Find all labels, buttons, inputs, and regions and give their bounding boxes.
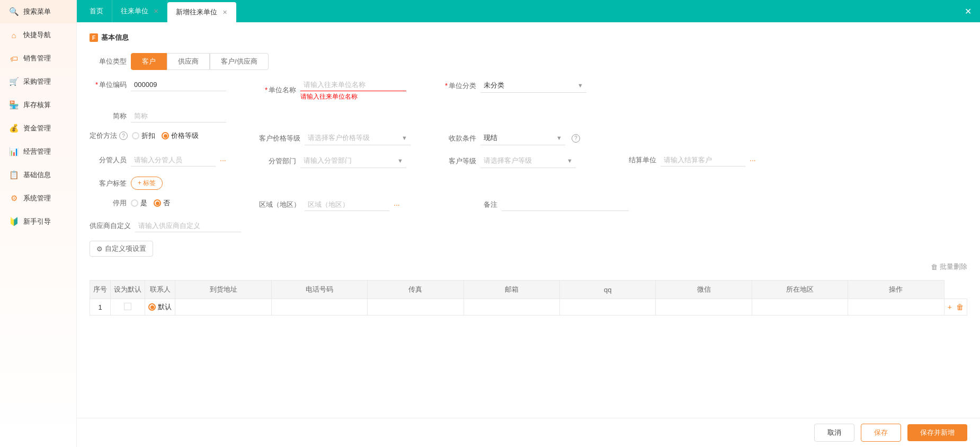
price-level-radio[interactable] bbox=[162, 132, 169, 139]
no-radio[interactable] bbox=[154, 199, 161, 207]
customer-level-label: 客户等级 bbox=[439, 156, 476, 166]
save-new-button[interactable]: 保存并新增 bbox=[907, 424, 967, 441]
chevron-down-icon: ▼ bbox=[556, 135, 562, 141]
add-tag-button[interactable]: + 标签 bbox=[131, 177, 163, 190]
sidebar-item-base[interactable]: 📋 基础信息 bbox=[0, 163, 76, 187]
payment-help-icon[interactable]: ? bbox=[572, 134, 580, 143]
inventory-icon: 🏪 bbox=[8, 100, 19, 110]
row-wechat[interactable] bbox=[752, 299, 848, 315]
sidebar-item-label: 资金管理 bbox=[23, 124, 51, 133]
disabled-field: 停用 是 否 bbox=[90, 198, 259, 208]
sidebar-item-guide[interactable]: 🔰 新手引导 bbox=[0, 210, 76, 233]
base-icon: 📋 bbox=[8, 170, 19, 180]
row-region[interactable] bbox=[848, 299, 944, 315]
unit-type-label: 单位类型 bbox=[90, 57, 127, 66]
close-all-tabs[interactable]: ✕ bbox=[960, 6, 976, 16]
delete-row-icon[interactable]: 🗑 bbox=[956, 303, 964, 311]
disabled-no[interactable]: 否 bbox=[154, 198, 170, 208]
short-name-input[interactable] bbox=[131, 110, 226, 122]
settlement-more-icon[interactable]: ··· bbox=[750, 156, 756, 164]
supplier-custom-field: 供应商自定义 bbox=[90, 220, 967, 232]
unit-type-group: 客户 供应商 客户/供应商 bbox=[131, 53, 269, 70]
tab-partners[interactable]: 往来单位 ✕ bbox=[112, 0, 167, 22]
sidebar-item-sales[interactable]: 🏷 销售管理 bbox=[0, 47, 76, 70]
settlement-unit-input[interactable] bbox=[661, 154, 745, 166]
col-contact: 联系人 bbox=[145, 281, 175, 299]
pricing-discount[interactable]: 折扣 bbox=[132, 131, 155, 141]
customer-price-level-field: 客户价格等级 请选择客户价格等级 ▼ bbox=[259, 131, 439, 145]
row-seq: 1 bbox=[90, 299, 111, 315]
sidebar-item-label: 新手引导 bbox=[23, 217, 51, 226]
row-actions: + 🗑 bbox=[944, 299, 967, 315]
batch-delete-button[interactable]: 🗑 批量删除 bbox=[931, 262, 967, 271]
unit-name-input[interactable] bbox=[300, 78, 406, 91]
region-input[interactable] bbox=[305, 198, 389, 211]
customer-tags-field: 客户标签 + 标签 bbox=[90, 177, 967, 190]
yes-radio[interactable] bbox=[131, 199, 138, 207]
unit-type-supplier[interactable]: 供应商 bbox=[167, 53, 210, 70]
col-seq: 序号 bbox=[90, 281, 111, 299]
payment-terms-select[interactable]: 现结 ▼ bbox=[480, 131, 565, 145]
unit-code-label: *单位编码 bbox=[90, 80, 127, 90]
sidebar-item-system[interactable]: ⚙ 系统管理 bbox=[0, 187, 76, 210]
payment-terms-field: 收款条件 现结 ▼ ? bbox=[439, 131, 640, 145]
row-checkbox-input[interactable] bbox=[124, 303, 131, 310]
unit-category-label: *单位分类 bbox=[439, 81, 476, 91]
home-icon: ⌂ bbox=[8, 30, 19, 40]
sidebar-item-inventory[interactable]: 🏪 库存核算 bbox=[0, 93, 76, 117]
unit-category-select[interactable]: 未分类 ▼ bbox=[480, 78, 586, 93]
tab-new-partner-close[interactable]: ✕ bbox=[222, 9, 227, 16]
delete-icon: 🗑 bbox=[931, 263, 938, 271]
row-qq[interactable] bbox=[656, 299, 752, 315]
region-more-icon[interactable]: ··· bbox=[394, 200, 400, 209]
sidebar-item-search[interactable]: 🔍 搜索菜单 bbox=[0, 0, 76, 23]
row-address[interactable] bbox=[271, 299, 367, 315]
remark-input[interactable] bbox=[502, 198, 629, 211]
discount-radio[interactable] bbox=[132, 132, 139, 139]
unit-type-both[interactable]: 客户/供应商 bbox=[210, 53, 269, 70]
sidebar-item-label: 基础信息 bbox=[23, 170, 51, 180]
unit-code-input[interactable] bbox=[131, 78, 226, 91]
sidebar-item-label: 采购管理 bbox=[23, 77, 51, 86]
sidebar-item-label: 快捷导航 bbox=[23, 30, 51, 40]
finance-icon: 💰 bbox=[8, 123, 19, 134]
tab-partners-close[interactable]: ✕ bbox=[154, 8, 158, 15]
customer-tags-label: 客户标签 bbox=[90, 179, 127, 188]
sidebar-item-quicknav[interactable]: ⌂ 快捷导航 bbox=[0, 23, 76, 47]
shortname-row: 简称 bbox=[90, 110, 967, 122]
manager-more-icon[interactable]: ··· bbox=[220, 156, 226, 164]
customer-level-select[interactable]: 请选择客户等级 ▼ bbox=[480, 154, 576, 168]
row-contact[interactable] bbox=[175, 299, 271, 315]
supplier-custom-input[interactable] bbox=[135, 220, 241, 232]
sidebar-item-operation[interactable]: 📊 经营管理 bbox=[0, 140, 76, 163]
purchase-icon: 🛒 bbox=[8, 76, 19, 87]
unit-type-customer[interactable]: 客户 bbox=[131, 53, 167, 70]
disabled-yes[interactable]: 是 bbox=[131, 198, 147, 208]
col-phone: 电话号码 bbox=[271, 281, 367, 299]
row-email[interactable] bbox=[559, 299, 655, 315]
save-button[interactable]: 保存 bbox=[861, 424, 901, 442]
department-label: 分管部门 bbox=[259, 156, 296, 166]
section-title: F 基本信息 bbox=[90, 33, 967, 42]
manager-field: 分管人员 ··· bbox=[90, 154, 259, 166]
department-select[interactable]: 请输入分管部门 ▼ bbox=[300, 154, 406, 168]
sidebar-item-finance[interactable]: 💰 资金管理 bbox=[0, 117, 76, 140]
add-row-icon[interactable]: + bbox=[948, 303, 952, 311]
row-phone[interactable] bbox=[368, 299, 464, 315]
tab-new-partner[interactable]: 新增往来单位 ✕ bbox=[167, 2, 236, 22]
sidebar-item-purchase[interactable]: 🛒 采购管理 bbox=[0, 70, 76, 93]
pricing-row: 定价方法 ? 折扣 价格等级 客户价格等级 请选择客户价 bbox=[90, 131, 967, 145]
pricing-help-icon[interactable]: ? bbox=[119, 132, 128, 140]
pricing-price-level[interactable]: 价格等级 bbox=[162, 131, 199, 141]
row-default-radio[interactable]: 默认 bbox=[148, 302, 172, 312]
row-fax[interactable] bbox=[464, 299, 559, 315]
payment-terms-label: 收款条件 bbox=[439, 134, 476, 143]
tab-home[interactable]: 首页 bbox=[81, 0, 112, 22]
chevron-down-icon: ▼ bbox=[397, 157, 403, 164]
cancel-button[interactable]: 取消 bbox=[814, 424, 854, 442]
custom-settings-button[interactable]: ⚙ 自定义项设置 bbox=[90, 241, 153, 257]
customer-price-level-select[interactable]: 请选择客户价格等级 ▼ bbox=[305, 131, 411, 145]
manager-input[interactable] bbox=[131, 154, 216, 166]
manager-label: 分管人员 bbox=[90, 155, 127, 165]
supplier-custom-label: 供应商自定义 bbox=[90, 221, 131, 231]
